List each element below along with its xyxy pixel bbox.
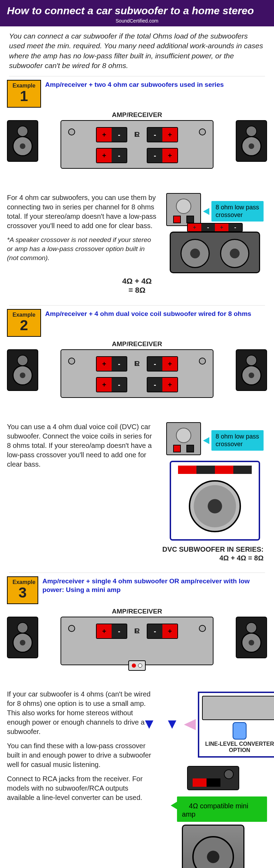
- example-3-title: Amp/receiver + single 4 ohm subwoofer OR…: [42, 576, 267, 594]
- amp-receiver: L R +- -+ +- -+: [61, 349, 213, 398]
- terminal-pos-icon: +: [97, 128, 112, 142]
- callout-tail-icon: [203, 208, 209, 215]
- terminal-group: +-: [96, 148, 127, 163]
- divider: [9, 573, 265, 573]
- mini-amp-icon: [187, 766, 239, 790]
- crossover-callout: 8 ohm low pass crossover: [211, 201, 264, 222]
- example-1-math: 4Ω + 4Ω = 8Ω: [122, 277, 152, 295]
- converter-icon: [233, 722, 247, 740]
- example-3: Example 3 Amp/receiver + single 4 ohm su…: [7, 576, 267, 868]
- terminal-pos-icon: +: [162, 128, 177, 142]
- channel-right-label: R: [135, 131, 140, 139]
- crossover-icon: [166, 193, 201, 226]
- example-2-body: You can use a 4 ohm dual voice coil (DVC…: [7, 422, 156, 469]
- crossover-icon: [166, 422, 201, 455]
- mini-receiver-icon: [202, 696, 274, 720]
- example-1-body: For 4 ohm car subwoofers, you can use th…: [7, 193, 156, 231]
- dvc-math: 4Ω + 4Ω = 8Ω: [7, 554, 264, 562]
- miniamp-callout: 4Ω compatible mini amp: [177, 796, 267, 822]
- speaker-icon: [7, 617, 38, 658]
- speaker-icon: [7, 120, 38, 162]
- example-3-body-2: You can find these with a low-pass cross…: [7, 741, 153, 769]
- rca-jacks-icon: [128, 660, 146, 671]
- arrow-left-icon: [184, 719, 196, 730]
- example-1: Example 1 Amp/receiver + two 4 ohm car s…: [7, 80, 267, 295]
- intro-text: You can connect a car subwoofer if the t…: [3, 26, 271, 74]
- line-level-label: LINE-LEVEL CONVERTER OPTION: [202, 741, 274, 753]
- example-3-body-3: Connect to RCA jacks from the receiver. …: [7, 774, 153, 802]
- amp-label: AMP/RECEIVER: [7, 111, 267, 119]
- example-badge-3: Example 3: [7, 576, 38, 604]
- example-2: Example 2 Amp/receiver + 4 ohm dual voic…: [7, 309, 267, 562]
- callout-tail-icon: [203, 437, 209, 444]
- badge-number: 1: [13, 89, 35, 103]
- divider: [9, 305, 265, 306]
- example-3-body-1: If your car subwoofer is 4 ohms (can't b…: [7, 690, 153, 736]
- dvc-title: DVC SUBWOOFER IN SERIES:: [10, 545, 264, 553]
- terminal-neg-icon: -: [147, 128, 162, 142]
- example-1-footnote: *A speaker crossover is not needed if yo…: [7, 235, 156, 262]
- page-title: How to connect a car subwoofer to a home…: [7, 5, 267, 17]
- arrow-down-icon: [168, 720, 176, 729]
- terminal-group: +-: [96, 127, 127, 142]
- speaker-icon: [236, 617, 267, 658]
- divider: [9, 76, 265, 76]
- example-badge-1: Example 1: [7, 80, 41, 108]
- arrow-down-icon: [145, 720, 153, 729]
- crossover-callout: 8 ohm low pass crossover: [211, 430, 264, 451]
- knob-icon: [199, 128, 206, 135]
- terminal-group: -+: [147, 127, 178, 142]
- dvc-subwoofer-diagram: [170, 461, 260, 541]
- header-source: SoundCertified.com: [7, 18, 267, 24]
- example-1-title: Amp/receiver + two 4 ohm car subwoofers …: [45, 80, 224, 89]
- dual-subwoofer-icon: +-+-: [170, 232, 260, 273]
- terminal-neg-icon: -: [112, 128, 127, 142]
- amp-receiver: L R +- -+ +- -+: [61, 120, 213, 169]
- example-2-title: Amp/receiver + 4 ohm dual voice coil sub…: [45, 309, 251, 318]
- amp-receiver: L R +- -+: [61, 617, 213, 665]
- speaker-icon: [7, 349, 38, 391]
- terminal-group: -+: [147, 148, 178, 163]
- page-header: How to connect a car subwoofer to a home…: [0, 0, 274, 26]
- line-level-converter-box: LINE-LEVEL CONVERTER OPTION: [198, 692, 274, 758]
- example-badge-2: Example 2: [7, 309, 41, 337]
- knob-icon: [68, 128, 75, 135]
- subwoofer-icon: [182, 825, 244, 868]
- speaker-icon: [236, 120, 267, 162]
- speaker-icon: [236, 349, 267, 391]
